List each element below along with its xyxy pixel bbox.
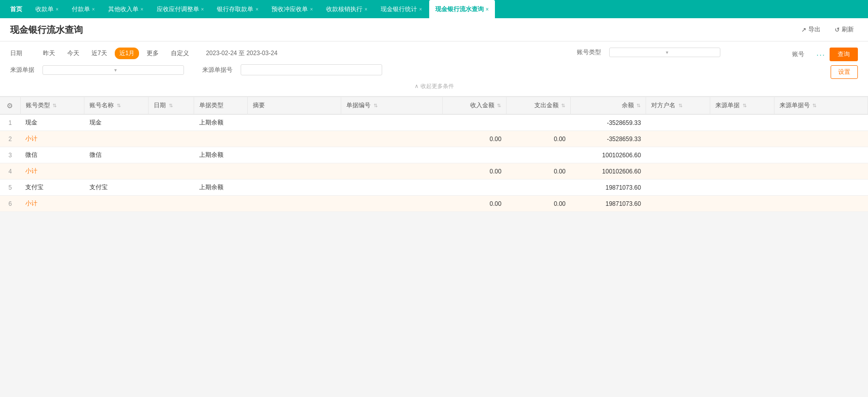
nav-close-cash-bank-flow[interactable]: ×	[486, 7, 489, 12]
cell-expense	[507, 180, 571, 196]
sort-icon-counterpart: ⇅	[678, 103, 682, 108]
nav-item-payments[interactable]: 付款单 ×	[66, 0, 101, 18]
cell-income: 0.00	[442, 163, 507, 180]
date-label: 日期	[10, 49, 30, 58]
date-btn-7days[interactable]: 近7天	[87, 48, 112, 59]
nav-item-collection-verify[interactable]: 收款核销执行 ×	[320, 0, 374, 18]
cell-date	[149, 180, 194, 196]
cell-index: 6	[0, 196, 20, 212]
cell-source-doc-no	[774, 147, 868, 163]
query-button[interactable]: 查询	[830, 48, 858, 61]
cell-date	[149, 163, 194, 180]
col-summary[interactable]: 摘要	[248, 97, 341, 115]
cell-doc-type: 上期余额	[194, 180, 248, 196]
date-range: 2023-02-24 至 2023-03-24	[206, 49, 277, 58]
nav-label-bank-deposit: 银行存取款单	[217, 5, 253, 14]
cell-counterpart	[646, 114, 710, 131]
col-source-doc-no[interactable]: 来源单据号 ⇅	[774, 97, 868, 115]
col-expense[interactable]: 支出金额 ⇅	[507, 97, 571, 115]
nav-close-collection-verify[interactable]: ×	[364, 7, 368, 12]
nav-item-ar-ap-adjust[interactable]: 应收应付调整单 ×	[151, 0, 210, 18]
source-doc-no-input[interactable]	[241, 64, 382, 75]
col-doc-no[interactable]: 单据编号 ⇅	[341, 97, 442, 115]
cell-account-name: 现金	[84, 114, 149, 131]
cell-doc-type: 上期余额	[194, 147, 248, 163]
nav-close-advance-offset[interactable]: ×	[310, 7, 313, 12]
cell-doc-no	[341, 196, 442, 212]
cell-doc-type	[194, 131, 248, 147]
collapse-icon: ∧	[415, 83, 419, 90]
cell-index: 5	[0, 180, 20, 196]
account-more-icon[interactable]: ···	[816, 51, 826, 59]
refresh-button[interactable]: ↺ 刷新	[831, 23, 858, 36]
sort-icon-source-doc: ⇅	[743, 103, 747, 108]
account-label: 账号	[792, 50, 812, 59]
filter-area: 日期 昨天 今天 近7天 近1月 更多 自定义 2023-02-24 至 202…	[0, 41, 868, 97]
nav-close-other-income[interactable]: ×	[141, 7, 144, 12]
cell-summary	[248, 114, 341, 131]
nav-item-advance-offset[interactable]: 预收冲应收单 ×	[265, 0, 319, 18]
nav-close-payments[interactable]: ×	[92, 7, 95, 12]
account-type-label: 账号类型	[577, 48, 601, 57]
refresh-icon: ↺	[835, 26, 840, 33]
col-gear[interactable]: ⚙	[0, 97, 20, 115]
export-button[interactable]: ↗ 导出	[797, 23, 825, 36]
col-doc-type[interactable]: 单据类型	[194, 97, 248, 115]
nav-item-other-income[interactable]: 其他收入单 ×	[102, 0, 150, 18]
table-row: 3微信微信上期余额100102606.60	[0, 147, 868, 163]
cell-counterpart	[646, 163, 710, 180]
nav-label-payments: 付款单	[72, 5, 90, 14]
setting-button[interactable]: 设置	[831, 65, 858, 79]
nav-close-receipts[interactable]: ×	[56, 7, 59, 12]
cell-counterpart	[646, 147, 710, 163]
col-counterpart[interactable]: 对方户名 ⇅	[646, 97, 710, 115]
collapse-label: 收起更多条件	[421, 82, 454, 90]
cell-source-doc	[710, 180, 774, 196]
cell-source-doc-no	[774, 131, 868, 147]
export-icon: ↗	[801, 26, 806, 33]
table-header-row: ⚙ 账号类型 ⇅ 账号名称 ⇅ 日期 ⇅ 单据类型 摘要	[0, 97, 868, 115]
nav-label-receipts: 收款单	[35, 5, 54, 14]
col-account-name[interactable]: 账号名称 ⇅	[84, 97, 149, 115]
nav-item-cash-bank-stats[interactable]: 现金银行统计 ×	[375, 0, 428, 18]
date-btn-custom[interactable]: 自定义	[166, 48, 194, 59]
nav-item-bank-deposit[interactable]: 银行存取款单 ×	[211, 0, 264, 18]
cell-balance: 19871073.60	[571, 180, 646, 196]
account-type-select[interactable]: ▾	[609, 48, 720, 57]
cell-doc-no	[341, 163, 442, 180]
cell-date	[149, 131, 194, 147]
cell-balance: 19871073.60	[571, 196, 646, 212]
cell-index: 4	[0, 163, 20, 180]
source-doc-select[interactable]: ▾	[42, 65, 184, 75]
nav-label-advance-offset: 预收冲应收单	[271, 5, 308, 14]
cell-account-name: 微信	[84, 147, 149, 163]
nav-item-cash-bank-flow[interactable]: 现金银行流水查询 ×	[429, 0, 495, 18]
cell-doc-no	[341, 131, 442, 147]
sort-icon-doc-no: ⇅	[374, 103, 378, 108]
nav-close-ar-ap[interactable]: ×	[201, 7, 204, 12]
date-btn-more[interactable]: 更多	[142, 48, 163, 59]
sort-icon-source-doc-no: ⇅	[812, 103, 816, 108]
nav-item-receipts[interactable]: 收款单 ×	[29, 0, 65, 18]
date-btn-1month[interactable]: 近1月	[115, 48, 140, 59]
cell-source-doc	[710, 147, 774, 163]
nav-item-home[interactable]: 首页	[4, 0, 28, 18]
col-date[interactable]: 日期 ⇅	[149, 97, 194, 115]
cell-account-type: 微信	[20, 147, 84, 163]
nav-close-cash-bank-stats[interactable]: ×	[419, 7, 422, 12]
cell-date	[149, 114, 194, 131]
cell-counterpart	[646, 180, 710, 196]
cell-account-name	[84, 131, 149, 147]
gear-icon[interactable]: ⚙	[7, 102, 13, 110]
collapse-button[interactable]: ∧ 收起更多条件	[415, 82, 454, 90]
cell-source-doc	[710, 131, 774, 147]
nav-close-bank-deposit[interactable]: ×	[255, 7, 258, 12]
col-income[interactable]: 收入金额 ⇅	[442, 97, 507, 115]
date-btn-today[interactable]: 今天	[63, 48, 84, 59]
col-balance[interactable]: 余额 ⇅	[571, 97, 646, 115]
cell-summary	[248, 180, 341, 196]
col-source-doc[interactable]: 来源单据 ⇅	[710, 97, 774, 115]
col-account-type[interactable]: 账号类型 ⇅	[20, 97, 84, 115]
date-btn-yesterday[interactable]: 昨天	[38, 48, 60, 59]
cell-account-name: 支付宝	[84, 180, 149, 196]
